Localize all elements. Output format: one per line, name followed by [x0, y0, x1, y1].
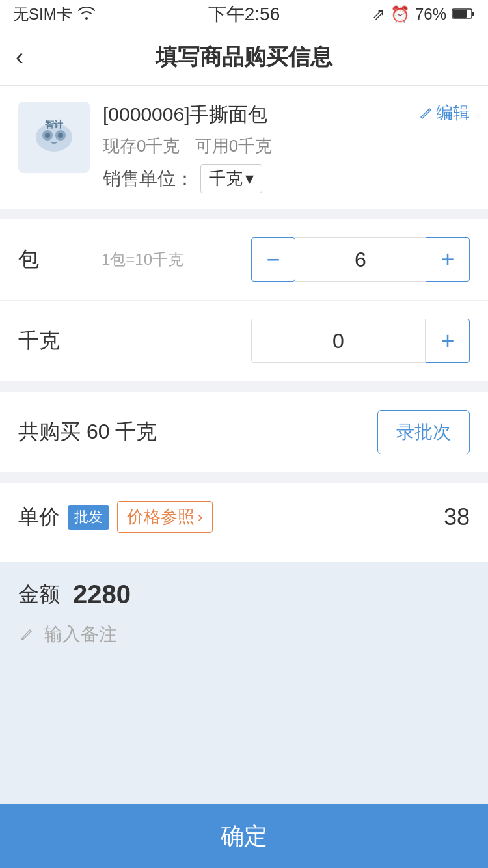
qty-controls-bao: − +: [251, 237, 470, 282]
product-name: [0000006]手撕面包: [103, 102, 267, 128]
summary-row: 共购买 60 千克 录批次: [0, 392, 488, 472]
product-stock: 现存0千克 可用0千克: [103, 135, 470, 157]
summary-text: 共购买 60 千克: [18, 418, 157, 446]
unit-label: 销售单位：: [103, 167, 194, 191]
price-section: 单价 批发 价格参照 › 38: [0, 483, 488, 562]
alarm-icon: ⏰: [390, 5, 410, 23]
qty-label-kg: 千克: [18, 327, 96, 355]
unit-selector[interactable]: 千克 ▾: [200, 164, 262, 193]
pencil-icon: [18, 625, 36, 644]
wifi-icon: [77, 5, 96, 23]
carrier-label: 无SIM卡: [13, 4, 72, 25]
qty-input-bao[interactable]: [295, 237, 426, 282]
product-info: [0000006]手撕面包 编辑 现存0千克 可用0千克 销售单位： 千克 ▾: [103, 102, 470, 193]
price-ref-arrow: ›: [197, 507, 203, 527]
batch-button[interactable]: 录批次: [377, 410, 470, 454]
price-row: 单价 批发 价格参照 › 38: [18, 501, 470, 533]
product-image: 智计: [18, 102, 90, 173]
available-label: 可用0千克: [195, 136, 272, 156]
amount-value: 2280: [73, 580, 131, 609]
unit-value: 千克: [209, 167, 243, 190]
status-left: 无SIM卡: [13, 4, 96, 25]
edit-label: 编辑: [436, 102, 470, 124]
svg-rect-1: [472, 12, 474, 16]
svg-rect-2: [453, 10, 467, 18]
price-left: 单价 批发 价格参照 ›: [18, 501, 213, 533]
remark-label: 输入备注: [44, 622, 117, 647]
dropdown-icon: ▾: [245, 169, 254, 189]
battery-label: 76%: [415, 5, 446, 23]
qty-label-bao: 包: [18, 245, 96, 274]
product-logo: 智计: [31, 115, 77, 161]
edit-button[interactable]: 编辑: [419, 102, 470, 124]
status-bar: 无SIM卡 下午2:56 ⇗ ⏰ 76%: [0, 0, 488, 29]
qty-decrement-bao[interactable]: −: [251, 237, 295, 282]
product-card: 智计 [0000006]手撕面包 编辑 现存0千克 可用0千克 销售单位： 千克…: [0, 86, 488, 209]
svg-text:智计: 智计: [44, 119, 64, 129]
qty-controls-kg: +: [251, 319, 470, 363]
quantity-section: 包 1包=10千克 − + 千克 +: [0, 219, 488, 381]
quantity-row-kg: 千克 +: [0, 301, 488, 381]
svg-point-6: [45, 133, 50, 138]
qty-increment-bao[interactable]: +: [426, 237, 470, 282]
location-icon: ⇗: [372, 5, 385, 23]
quantity-row-bao: 包 1包=10千克 − +: [0, 219, 488, 301]
nav-bar: ‹ 填写商品购买信息: [0, 29, 488, 86]
qty-hint-bao: 1包=10千克: [102, 249, 251, 270]
battery-icon: [452, 5, 475, 23]
status-right: ⇗ ⏰ 76%: [372, 5, 475, 23]
qty-increment-kg[interactable]: +: [426, 319, 470, 363]
status-time: 下午2:56: [208, 2, 280, 27]
product-unit-row: 销售单位： 千克 ▾: [103, 164, 470, 193]
price-label: 单价: [18, 503, 60, 532]
svg-point-7: [58, 133, 63, 138]
product-header: [0000006]手撕面包 编辑: [103, 102, 470, 135]
price-tag: 批发: [68, 505, 109, 530]
stock-label: 现存0千克: [103, 136, 180, 156]
amount-section: 金额 2280 输入备注: [0, 562, 488, 665]
price-ref-button[interactable]: 价格参照 ›: [117, 501, 213, 533]
confirm-button[interactable]: 确定: [0, 804, 488, 868]
amount-row: 金额 2280: [18, 580, 470, 609]
back-button[interactable]: ‹: [16, 44, 23, 71]
price-value: 38: [444, 504, 470, 531]
page-title: 填写商品购买信息: [156, 42, 332, 72]
amount-label: 金额: [18, 580, 60, 609]
remark-row[interactable]: 输入备注: [18, 622, 470, 665]
qty-input-kg[interactable]: [251, 319, 426, 363]
price-ref-label: 价格参照: [127, 506, 195, 528]
